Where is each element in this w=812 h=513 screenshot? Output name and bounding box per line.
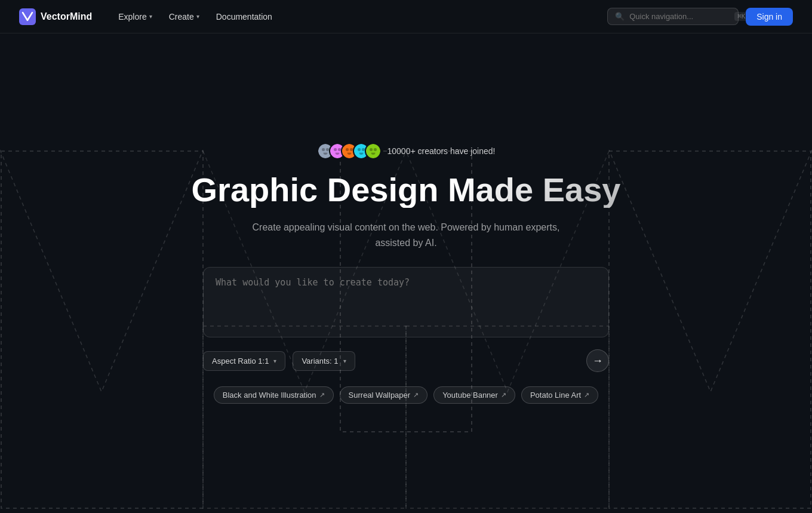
avatars-group (317, 143, 382, 159)
tag-label: Potato Line Art (530, 391, 581, 400)
controls-row: Aspect Ratio 1:1 ▾ Variants: 1 ▾ → (203, 349, 609, 372)
create-nav-link[interactable]: Create ▾ (162, 8, 207, 25)
tag-arrow-icon: ↗ (501, 391, 506, 399)
navbar: VectorMind Explore ▾ Create ▾ Documentat… (0, 0, 812, 33)
tags-row: Black and White Illustration↗Surreal Wal… (197, 386, 615, 404)
variants-label: Variants: 1 (302, 357, 338, 365)
hero-title: Graphic Design Made Easy (192, 171, 621, 208)
explore-nav-link[interactable]: Explore ▾ (111, 8, 159, 25)
aspect-ratio-dropdown[interactable]: Aspect Ratio 1:1 ▾ (203, 351, 285, 371)
tag-label: Surreal Wallpaper (349, 391, 411, 400)
svg-rect-2 (609, 151, 811, 508)
tag-label: Black and White Illustration (223, 391, 316, 400)
aspect-ratio-chevron-icon: ▾ (273, 358, 276, 364)
svg-rect-1 (1, 151, 203, 508)
search-input[interactable] (629, 12, 730, 21)
search-box[interactable]: 🔍 ⌘K (607, 8, 739, 25)
tag-label: Youtube Banner (442, 391, 498, 400)
tag-arrow-icon: ↗ (584, 391, 589, 399)
navbar-left: VectorMind Explore ▾ Create ▾ Documentat… (19, 8, 279, 25)
submit-button[interactable]: → (586, 349, 609, 372)
search-icon: 🔍 (615, 12, 625, 21)
social-proof-text: 10000+ creators have joined! (387, 146, 496, 156)
hero-section: 10000+ creators have joined! Graphic Des… (0, 33, 812, 513)
submit-arrow-icon: → (592, 355, 603, 367)
tag[interactable]: Surreal Wallpaper↗ (340, 386, 428, 404)
brand-name: VectorMind (41, 11, 92, 22)
nav-links: Explore ▾ Create ▾ Documentation (111, 8, 279, 25)
aspect-ratio-label: Aspect Ratio 1:1 (212, 357, 269, 365)
create-chevron-icon: ▾ (196, 13, 199, 20)
variants-chevron-icon: ▾ (343, 358, 346, 364)
variants-dropdown[interactable]: Variants: 1 ▾ (293, 351, 355, 371)
logo-area[interactable]: VectorMind (19, 8, 92, 25)
tag[interactable]: Youtube Banner↗ (433, 386, 515, 404)
documentation-nav-link[interactable]: Documentation (209, 8, 279, 25)
tag-arrow-icon: ↗ (319, 391, 325, 399)
hero-content: 10000+ creators have joined! Graphic Des… (179, 119, 633, 428)
tag[interactable]: Black and White Illustration↗ (214, 386, 334, 404)
social-proof: 10000+ creators have joined! (317, 143, 496, 159)
tag-arrow-icon: ↗ (413, 391, 419, 399)
hero-subtitle: Create appealing visual content on the w… (239, 220, 573, 250)
logo-icon (19, 8, 36, 25)
prompt-input[interactable] (216, 277, 596, 325)
prompt-area[interactable] (203, 267, 609, 337)
explore-chevron-icon: ▾ (149, 13, 152, 20)
tag[interactable]: Potato Line Art↗ (521, 386, 598, 404)
sign-in-button[interactable]: Sign in (746, 8, 793, 26)
avatar (365, 143, 382, 159)
svg-rect-0 (19, 8, 36, 25)
navbar-right: 🔍 ⌘K Sign in (607, 8, 793, 26)
